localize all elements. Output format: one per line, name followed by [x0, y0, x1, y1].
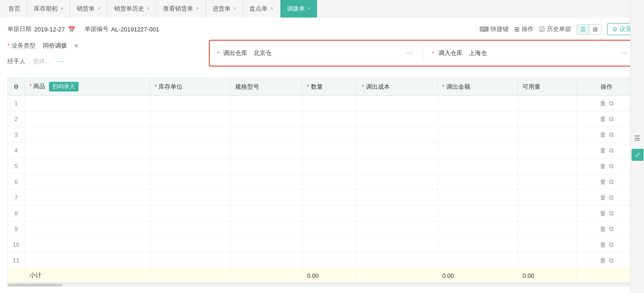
row-unit[interactable] [150, 111, 230, 127]
delete-row-button[interactable]: 🗑 [600, 209, 606, 217]
row-spec[interactable] [230, 221, 302, 237]
row-spec[interactable] [230, 159, 302, 174]
row-unit[interactable] [150, 174, 230, 190]
row-amount[interactable] [437, 237, 518, 253]
row-unit[interactable] [150, 237, 230, 253]
tab-stocktake-close[interactable]: × [270, 6, 273, 11]
delete-row-button[interactable]: 🗑 [600, 99, 606, 107]
copy-row-button[interactable]: ⧉ [609, 115, 614, 123]
row-product[interactable] [24, 127, 150, 143]
row-available[interactable] [518, 174, 577, 190]
out-warehouse-value[interactable]: 北京仓 [254, 49, 272, 57]
row-product[interactable] [24, 237, 150, 253]
row-amount[interactable] [437, 253, 518, 269]
in-warehouse-value[interactable]: 上海仓 [469, 49, 487, 57]
copy-row-button[interactable]: ⧉ [609, 225, 614, 233]
row-unit[interactable] [150, 253, 230, 269]
row-available[interactable] [518, 206, 577, 221]
row-available[interactable] [518, 96, 577, 111]
delete-row-button[interactable]: 🗑 [600, 115, 606, 123]
row-spec[interactable] [230, 190, 302, 206]
row-product[interactable] [24, 190, 150, 206]
row-unit[interactable] [150, 143, 230, 159]
row-amount[interactable] [437, 190, 518, 206]
row-amount[interactable] [437, 96, 518, 111]
row-spec[interactable] [230, 237, 302, 253]
row-amount[interactable] [437, 159, 518, 174]
date-value[interactable]: 2019-12-27 [34, 26, 65, 33]
copy-row-button[interactable]: ⧉ [609, 194, 614, 201]
row-cost[interactable] [357, 253, 437, 269]
row-amount[interactable] [437, 111, 518, 127]
sidebar-expand-icon[interactable]: ⤢ [632, 149, 644, 161]
row-available[interactable] [518, 253, 577, 269]
view-btn-grid[interactable]: ⊞ [589, 24, 601, 34]
row-available[interactable] [518, 221, 577, 237]
shortcuts-button[interactable]: ⌨ 快捷键 [480, 25, 509, 33]
row-unit[interactable] [150, 96, 230, 111]
row-cost[interactable] [357, 111, 437, 127]
tab-stocktake[interactable]: 盘点单 × [243, 0, 280, 18]
row-product[interactable] [24, 96, 150, 111]
delete-row-button[interactable]: 🗑 [600, 146, 606, 154]
tab-purchase-close[interactable]: × [233, 6, 236, 11]
row-qty[interactable] [302, 206, 357, 221]
biz-type-select[interactable]: 同价调拨 ▼ [39, 40, 122, 52]
copy-row-button[interactable]: ⧉ [609, 131, 614, 139]
row-qty[interactable] [302, 159, 357, 174]
row-amount[interactable] [437, 143, 518, 159]
row-available[interactable] [518, 143, 577, 159]
calendar-icon[interactable]: 📅 [68, 26, 75, 33]
handler-more-button[interactable]: ··· [57, 57, 65, 66]
row-cost[interactable] [357, 190, 437, 206]
tab-home[interactable]: 首页 [2, 0, 27, 18]
sidebar-list-icon[interactable]: ☰ [632, 132, 644, 144]
row-cost[interactable] [357, 159, 437, 174]
delete-row-button[interactable]: 🗑 [600, 241, 606, 249]
row-qty[interactable] [302, 127, 357, 143]
tab-view-sales-close[interactable]: × [196, 6, 199, 11]
operations-button[interactable]: ⊞ 操作 [514, 25, 534, 33]
delete-row-button[interactable]: 🗑 [600, 225, 606, 233]
row-qty[interactable] [302, 96, 357, 111]
row-unit[interactable] [150, 206, 230, 221]
row-available[interactable] [518, 237, 577, 253]
row-unit[interactable] [150, 221, 230, 237]
row-qty[interactable] [302, 111, 357, 127]
row-product[interactable] [24, 253, 150, 269]
copy-row-button[interactable]: ⧉ [609, 99, 614, 107]
row-amount[interactable] [437, 206, 518, 221]
row-available[interactable] [518, 159, 577, 174]
tab-inventory-init[interactable]: 库存期初 × [27, 0, 70, 18]
delete-row-button[interactable]: 🗑 [600, 194, 606, 201]
tab-sales-history-close[interactable]: × [147, 6, 150, 11]
tab-inventory-init-close[interactable]: × [61, 6, 63, 11]
tab-view-sales[interactable]: 查看销货单 × [157, 0, 206, 18]
row-cost[interactable] [357, 237, 437, 253]
row-product[interactable] [24, 206, 150, 221]
row-cost[interactable] [357, 143, 437, 159]
row-unit[interactable] [150, 159, 230, 174]
copy-row-button[interactable]: ⧉ [609, 256, 614, 264]
view-btn-list[interactable]: ☰ [577, 24, 589, 34]
row-product[interactable] [24, 174, 150, 190]
row-product[interactable] [24, 143, 150, 159]
copy-row-button[interactable]: ⧉ [609, 178, 614, 186]
row-spec[interactable] [230, 111, 302, 127]
tab-sales-history[interactable]: 销货单历史 × [108, 0, 157, 18]
table-settings-icon-col[interactable]: ⚙ [8, 78, 24, 96]
copy-row-button[interactable]: ⧉ [609, 162, 614, 170]
copy-row-button[interactable]: ⧉ [609, 146, 614, 154]
row-amount[interactable] [437, 127, 518, 143]
row-amount[interactable] [437, 221, 518, 237]
row-cost[interactable] [357, 206, 437, 221]
delete-row-button[interactable]: 🗑 [600, 131, 606, 139]
copy-row-button[interactable]: ⧉ [609, 209, 614, 217]
row-cost[interactable] [357, 174, 437, 190]
row-spec[interactable] [230, 206, 302, 221]
delete-row-button[interactable]: 🗑 [600, 162, 606, 170]
row-available[interactable] [518, 190, 577, 206]
row-cost[interactable] [357, 127, 437, 143]
horizontal-scrollbar[interactable] [7, 283, 637, 287]
tab-transfer[interactable]: 调拨单 × [280, 0, 317, 18]
